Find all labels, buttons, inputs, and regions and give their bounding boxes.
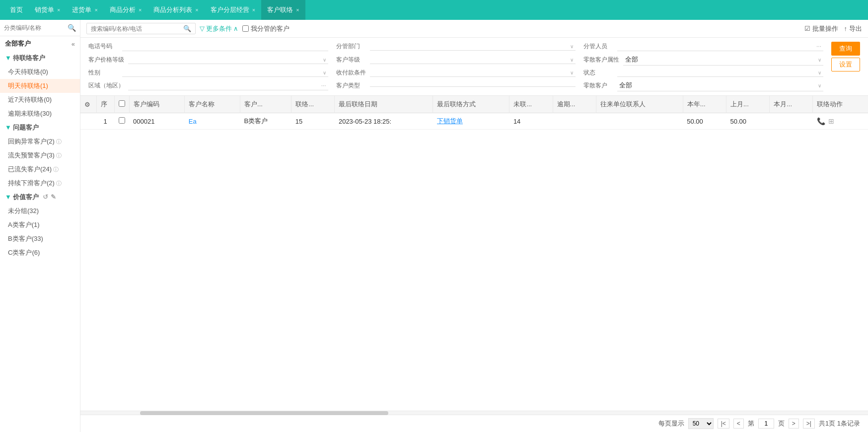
filter-gender-label: 性别 (88, 69, 118, 77)
filter-branch-person-field: 分管人员 ··· (583, 42, 823, 51)
select-all-checkbox[interactable] (119, 100, 125, 107)
table-container: ⚙ 序 客户编码 客户名称 客户... 联络... 最后联络日期 最后联络方式 … (80, 96, 868, 411)
col-last-month: 上月... (726, 96, 769, 113)
filter-payment-select[interactable]: ∨ (370, 69, 576, 77)
last-page-button[interactable]: >| (803, 419, 815, 429)
action-phone-icon[interactable]: 📞 (817, 117, 825, 125)
filter-customer-type-select[interactable] (370, 84, 576, 87)
nav-close-customer-tier[interactable]: × (252, 7, 255, 13)
sidebar-all-customers[interactable]: 全部客户 « (0, 36, 80, 51)
sidebar-unclassified[interactable]: 未分组(32) (0, 204, 80, 218)
filter-customer-level-label: 客户等级 (336, 56, 366, 64)
row-this-year: 50.00 (683, 113, 726, 130)
dots-icon[interactable]: ··· (816, 43, 821, 50)
row-action: 📞 ⊞ (813, 113, 868, 130)
customer-table: ⚙ 序 客户编码 客户名称 客户... 联络... 最后联络日期 最后联络方式 … (80, 96, 868, 130)
filter-retail-customer-field: 零散客户 全部 ∨ (583, 80, 823, 91)
filter-region-select[interactable]: ··· (128, 81, 328, 90)
nav-product-analysis[interactable]: 商品分析 × (104, 0, 147, 20)
col-action: 联络动作 (813, 96, 868, 113)
table-row: 1 000021 Ea B类客户 15 2023-05-23 18:25: 下销… (80, 113, 868, 130)
sidebar-week-contact[interactable]: 近7天待联络(0) (0, 93, 80, 107)
table-header-row: ⚙ 序 客户编码 客户名称 客户... 联络... 最后联络日期 最后联络方式 … (80, 96, 868, 113)
page-size-select[interactable]: 50 100 200 (688, 418, 714, 429)
filter-retail-attr-field: 零散客户属性 全部 ∨ (583, 54, 823, 66)
filter-branch-dept-label: 分管部门 (336, 42, 366, 51)
nav-purchase-order[interactable]: 进货单 × (66, 0, 103, 20)
chevron-down-icon-6: ∨ (570, 70, 574, 75)
filter-retail-attr-label: 零散客户属性 (583, 56, 619, 64)
sidebar-repurchase-abnormal[interactable]: 回购异常客户(2) ⓘ (0, 135, 80, 148)
col-num: 序 (96, 96, 114, 113)
sidebar-search-icon[interactable]: 🔍 (68, 24, 76, 32)
search-input[interactable] (91, 25, 183, 32)
row-check[interactable] (114, 113, 129, 130)
filter-customer-price-select[interactable]: ∨ (128, 56, 328, 64)
prev-page-button[interactable]: < (733, 419, 744, 429)
toolbar-search-container: 🔍 (86, 23, 196, 34)
row-name: Ea (185, 113, 240, 130)
export-button[interactable]: ↑ 导出 (844, 24, 863, 33)
nav-home[interactable]: 首页 (4, 0, 29, 20)
nav-close-purchase-order[interactable]: × (94, 7, 97, 13)
filter-phone-input[interactable] (122, 42, 328, 51)
col-gear[interactable]: ⚙ (80, 96, 96, 113)
nav-close-sales-order[interactable]: × (57, 7, 60, 13)
chevron-down-icon-5: ∨ (323, 70, 326, 75)
filter-status-select[interactable]: ∨ (617, 69, 823, 77)
sidebar-today-contact[interactable]: 今天待联络(0) (0, 65, 80, 79)
nav-close-product-analysis-list[interactable]: × (195, 7, 198, 13)
sidebar-already-lost[interactable]: 已流失客户(24) ⓘ (0, 162, 80, 176)
scrollbar-thumb[interactable] (140, 411, 388, 415)
filter-panel: 电话号码 分管部门 ∨ 分管人员 ··· (80, 38, 868, 96)
sidebar-class-b[interactable]: B类客户(33) (0, 232, 80, 246)
checkbox-icon: ☑ (804, 25, 810, 32)
filter-customer-level-select[interactable]: ∨ (370, 56, 576, 64)
chevron-up-icon: ∧ (233, 25, 238, 32)
filter-retail-customer-select[interactable]: 全部 ∨ (617, 80, 823, 91)
export-icon: ↑ (844, 25, 848, 32)
sidebar-class-c[interactable]: C类客户(6) (0, 246, 80, 260)
col-last-date: 最后联络日期 (335, 96, 433, 113)
settings-button[interactable]: 设置 (831, 58, 860, 72)
page-number-input[interactable] (758, 419, 774, 429)
filter-branch-person-select[interactable]: ··· (617, 42, 823, 51)
sidebar-collapse-icon[interactable]: « (72, 40, 75, 48)
action-grid-icon[interactable]: ⊞ (828, 117, 834, 125)
batch-ops-button[interactable]: ☑ 批量操作 (804, 24, 838, 33)
filter-gender-select[interactable]: ∨ (122, 69, 328, 77)
horizontal-scrollbar[interactable] (80, 411, 868, 415)
first-page-button[interactable]: |< (718, 419, 729, 429)
sidebar-search-container: 🔍 (0, 20, 80, 36)
my-customers-checkbox[interactable] (242, 25, 249, 32)
filter-status-field: 状态 ∨ (583, 69, 823, 77)
row-last-method[interactable]: 下销货单 (433, 113, 509, 130)
nav-sales-order[interactable]: 销货单 × (29, 0, 66, 20)
my-customers-checkbox-label[interactable]: 我分管的客户 (242, 24, 289, 33)
search-icon[interactable]: 🔍 (183, 25, 191, 32)
sidebar-continuous-decline[interactable]: 持续下滑客户(2) ⓘ (0, 176, 80, 190)
nav-customer-contact[interactable]: 客户联络 × (261, 0, 305, 20)
nav-product-analysis-list[interactable]: 商品分析列表 × (147, 0, 204, 20)
more-filters-button[interactable]: ▽ 更多条件 ∧ (200, 24, 238, 33)
nav-close-product-analysis[interactable]: × (139, 7, 142, 13)
nav-close-customer-contact[interactable]: × (296, 7, 299, 13)
sidebar-problem-customers-title: ▼ 问题客户 (0, 121, 80, 135)
filter-retail-attr-select[interactable]: 全部 ∨ (623, 54, 823, 66)
dots-icon-2[interactable]: ··· (321, 82, 326, 89)
sidebar-lost-warning[interactable]: 流失预警客户(3) ⓘ (0, 148, 80, 162)
filter-payment-field: 收付款条件 ∨ (336, 69, 576, 77)
chevron-down-icon-9: ∨ (818, 83, 821, 88)
query-button[interactable]: 查询 (831, 42, 860, 56)
nav-customer-tier[interactable]: 客户分层经营 × (205, 0, 261, 20)
sidebar-class-a[interactable]: A类客户(1) (0, 218, 80, 232)
sidebar-tomorrow-contact[interactable]: 明天待联络(1) (0, 79, 80, 93)
row-gear (80, 113, 96, 130)
sidebar-search-input[interactable] (4, 24, 67, 31)
filter-branch-dept-select[interactable]: ∨ (370, 43, 576, 51)
next-page-button[interactable]: > (789, 419, 799, 429)
col-this-year: 本年... (683, 96, 726, 113)
sidebar-overdue-contact[interactable]: 逾期未联络(30) (0, 107, 80, 121)
chevron-down-icon-3: ∨ (570, 57, 574, 63)
page-label-after: 页 (778, 419, 785, 428)
